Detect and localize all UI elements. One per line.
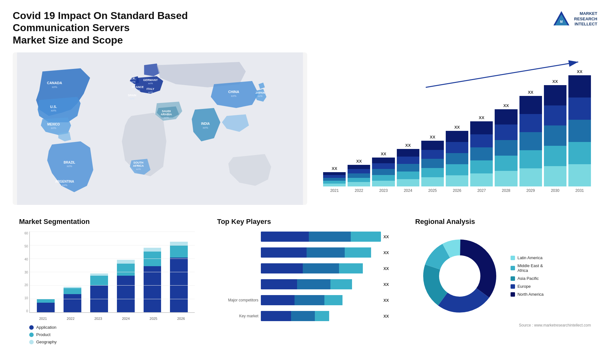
svg-text:xx%: xx%	[51, 126, 56, 130]
svg-text:CANADA: CANADA	[47, 81, 62, 85]
legend-asia-pacific: Asia Pacific	[511, 276, 544, 281]
legend-geography: Geography	[29, 340, 195, 344]
legend-north-america: North America	[511, 292, 544, 297]
svg-text:xx%: xx%	[258, 95, 262, 98]
bar-chart-container: XX2021XX2022XX2023XX2024XX2025XX2026XX20…	[317, 52, 597, 205]
donut-svg	[415, 232, 504, 320]
svg-text:AFRICA: AFRICA	[133, 164, 144, 167]
map-container: CANADA xx% U.S. xx% MEXICO xx% BRAZIL xx…	[13, 52, 307, 205]
svg-text:FRANCE: FRANCE	[132, 85, 144, 89]
bar-group: XX2028	[495, 103, 517, 193]
svg-text:ARABIA: ARABIA	[161, 113, 172, 116]
svg-text:INDIA: INDIA	[201, 122, 210, 125]
bar-group: XX2022	[348, 159, 370, 193]
regional-container: Regional Analysis	[409, 214, 597, 364]
regional-chart: Latin America Middle East &Africa Asia P…	[415, 232, 591, 320]
top-section: CANADA xx% U.S. xx% MEXICO xx% BRAZIL xx…	[13, 52, 597, 205]
donut-chart	[415, 232, 504, 320]
legend-product: Product	[29, 332, 195, 337]
svg-text:xx%: xx%	[51, 109, 56, 112]
player-row: XX	[217, 247, 393, 258]
svg-text:MEXICO: MEXICO	[47, 123, 60, 126]
svg-text:xx%: xx%	[148, 91, 153, 94]
svg-text:xx%: xx%	[67, 165, 72, 168]
svg-text:xx%: xx%	[203, 126, 208, 129]
svg-text:JAPAN: JAPAN	[255, 91, 265, 94]
svg-text:M: M	[560, 20, 563, 24]
bar-group: XX2023	[372, 152, 395, 193]
bar-group: XX2029	[519, 90, 542, 193]
svg-text:U.S.: U.S.	[50, 105, 57, 109]
svg-text:GERMANY: GERMANY	[143, 78, 158, 82]
source-text: Source : www.marketresearchintellect.com	[415, 323, 591, 327]
seg-bars-area	[29, 232, 195, 313]
bars-area: XX2021XX2022XX2023XX2024XX2025XX2026XX20…	[323, 56, 591, 202]
header: Covid 19 Impact On Standard Based Commun…	[13, 10, 597, 46]
svg-text:CHINA: CHINA	[228, 90, 239, 94]
players-chart: XXXXXXXXMajor competitorsXXKey marketXX	[217, 232, 393, 324]
svg-text:xx%: xx%	[136, 168, 141, 171]
bar-group: XX2024	[397, 143, 419, 193]
svg-text:xx%: xx%	[135, 89, 140, 92]
svg-text:xx%: xx%	[148, 82, 153, 85]
logo-text: MARKETRESEARCHINTELLECT	[574, 11, 597, 27]
svg-text:SAUDI: SAUDI	[162, 110, 171, 113]
player-row: Major competitorsXX	[217, 295, 393, 305]
svg-text:xx%: xx%	[231, 94, 236, 98]
world-map-svg: CANADA xx% U.S. xx% MEXICO xx% BRAZIL xx…	[13, 52, 307, 205]
players-container: Top Key Players XXXXXXXXMajor competitor…	[211, 214, 399, 364]
svg-text:SPAIN: SPAIN	[128, 94, 136, 97]
svg-text:ARGENTINA: ARGENTINA	[55, 180, 74, 183]
svg-text:xx%: xx%	[62, 184, 67, 187]
logo-icon: M	[552, 10, 571, 29]
svg-text:xx%: xx%	[131, 80, 135, 83]
bottom-section: Market Segmentation 6050403020100	[13, 214, 597, 364]
players-title: Top Key Players	[217, 218, 393, 226]
svg-point-43	[441, 257, 479, 295]
title-block: Covid 19 Impact On Standard Based Commun…	[13, 10, 267, 46]
player-row: XX	[217, 279, 393, 289]
player-row: XX	[217, 263, 393, 273]
logo-block: M MARKETRESEARCHINTELLECT	[552, 10, 597, 29]
seg-chart: 6050403020100 202120222023202420252026	[19, 232, 195, 320]
regional-legend: Latin America Middle East &Africa Asia P…	[511, 255, 544, 297]
bar-chart: XX2021XX2022XX2023XX2024XX2025XX2026XX20…	[323, 56, 591, 202]
svg-text:U.K.: U.K.	[130, 77, 136, 80]
svg-text:xx%: xx%	[130, 97, 134, 100]
svg-text:xx%: xx%	[52, 85, 57, 89]
bar-group: XX2026	[446, 125, 468, 193]
svg-text:SOUTH: SOUTH	[133, 161, 144, 164]
segmentation-title: Market Segmentation	[19, 218, 195, 226]
legend-middle-east: Middle East &Africa	[511, 263, 544, 273]
svg-text:xx%: xx%	[164, 116, 169, 119]
bar-group: XX2027	[470, 115, 493, 193]
player-row: XX	[217, 232, 393, 242]
seg-legend: Application Product Geography	[19, 325, 195, 344]
legend-application: Application	[29, 325, 195, 330]
svg-text:BRAZIL: BRAZIL	[64, 161, 75, 164]
page-title: Covid 19 Impact On Standard Based Commun…	[13, 10, 267, 46]
bar-group: XX2025	[421, 135, 444, 193]
seg-y-axis: 6050403020100	[19, 232, 28, 313]
svg-text:ITALY: ITALY	[146, 87, 154, 91]
bar-group: XX2031	[568, 69, 591, 193]
regional-title: Regional Analysis	[415, 218, 591, 226]
legend-europe: Europe	[511, 284, 544, 289]
bar-group: XX2021	[323, 166, 346, 193]
legend-latin-america: Latin America	[511, 255, 544, 260]
segmentation-container: Market Segmentation 6050403020100	[13, 214, 201, 364]
bar-group: XX2030	[544, 79, 566, 193]
player-row: Key marketXX	[217, 311, 393, 321]
